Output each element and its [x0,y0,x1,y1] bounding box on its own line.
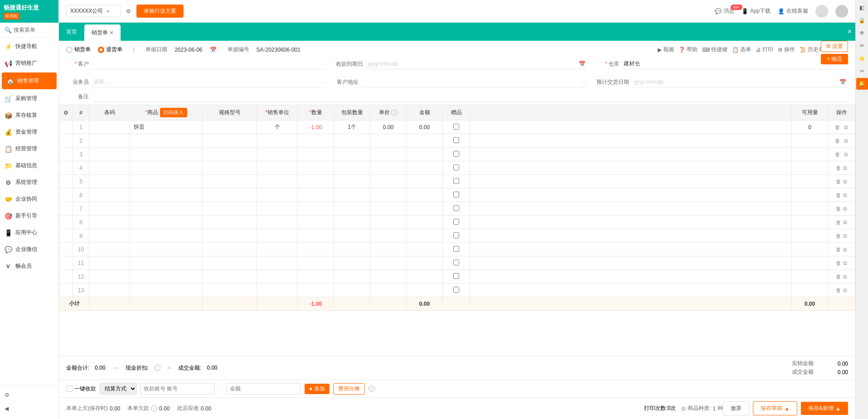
gift-checkbox[interactable] [453,219,459,225]
right-panel-icon-3[interactable]: 👁 [856,27,868,39]
row-spec[interactable] [203,134,257,148]
sidebar-item-wechat[interactable]: 💬 企业微信 [0,241,58,258]
delete-icon[interactable]: 🗑 [836,246,841,253]
abandon-btn[interactable]: 放弃 [723,401,749,415]
sidebar-item-purchase[interactable]: 🛒 采购管理 [0,90,58,107]
save-draft-btn[interactable]: 保存草稿 ▲ [753,401,797,415]
shortcut-btn[interactable]: ⌨ 快捷键 [702,46,727,53]
gift-checkbox[interactable] [453,287,459,293]
payment-due-input[interactable]: yyyy-mm-dd 📅 [366,58,587,69]
customer-dots[interactable]: ··· [320,61,325,67]
help-btn[interactable]: ❓ 帮助 [679,46,698,53]
sidebar-item-enterprise[interactable]: 🤝 企业协同 [0,191,58,207]
gift-checkbox[interactable] [453,164,459,170]
gift-checkbox[interactable] [453,151,459,157]
sidebar-item-member[interactable]: V 畅会员 [0,258,58,275]
gift-checkbox[interactable] [453,192,459,197]
copy-icon[interactable]: ⧉ [844,151,848,158]
sidebar-item-operations[interactable]: 📋 经营管理 [0,140,58,157]
user-avatar[interactable] [815,5,828,18]
price-info-icon[interactable]: i [391,110,398,116]
scan-btn[interactable]: 扫码录入 [160,108,187,117]
print-btn[interactable]: 🖨 打印 [756,46,773,53]
sidebar-collapse-btn[interactable]: ◀ [0,402,58,415]
copy-icon[interactable]: ⧉ [844,138,848,144]
gift-checkbox[interactable] [453,260,459,265]
row-pack[interactable] [334,134,370,148]
sidebar-item-system[interactable]: ⚙ 系统管理 [0,174,58,191]
row-qty[interactable]: -1.00 [298,120,334,134]
row-goods[interactable] [130,148,203,161]
gift-checkbox[interactable] [453,205,459,211]
warehouse-input[interactable]: 建材仓 ··· [622,58,848,69]
add-payment-btn[interactable]: ● 添加 [305,384,330,394]
tab-close-icon[interactable]: × [110,29,113,36]
row-spec[interactable] [203,148,257,161]
sidebar-item-basic[interactable]: 📁 基础信息 [0,157,58,174]
row-barcode[interactable] [89,148,130,161]
right-panel-icon-5[interactable]: ⭐ [856,53,868,64]
gift-checkbox[interactable] [453,246,459,252]
settings-btn[interactable]: ⚙ 设置 [821,41,848,52]
row-unit[interactable] [257,134,298,148]
gear-settings[interactable]: ⚙ [126,8,131,14]
message-btn[interactable]: 💬 消息 99+ [715,7,734,15]
app-download-btn[interactable]: 📱 App下载 [742,7,771,15]
delete-icon[interactable]: 🗑 [836,206,841,212]
sidebar-item-marketing[interactable]: 📢 营销推广 [0,55,58,72]
select-btn[interactable]: 📋 选单 [732,46,751,53]
row-unit[interactable]: 个 [257,120,298,134]
expected-cal-icon[interactable]: 📅 [839,79,846,85]
row-gift[interactable] [443,134,470,148]
sidebar-item-apps[interactable]: 📱 应用中心 [0,224,58,241]
copy-icon[interactable]: ⧉ [843,178,847,185]
copy-icon[interactable]: ⧉ [843,246,847,253]
experience-btn[interactable]: 体验行业方案 [136,5,184,18]
right-panel-icon-6[interactable]: ✂ [856,65,868,77]
row-gift[interactable] [443,148,470,161]
logistics-btn[interactable]: + 物流 [821,54,848,64]
delete-icon[interactable]: 🗑 [835,124,840,130]
one-click-payment[interactable]: 一键收款 [66,385,96,393]
right-panel-icon-4[interactable]: ✏ [856,40,868,52]
row-setting[interactable] [59,134,73,148]
sidebar-item-sales[interactable]: 🏠 销售管理 [2,72,57,89]
row-unit[interactable] [257,148,298,161]
gift-checkbox[interactable] [453,137,459,143]
sidebar-item-quick-nav[interactable]: ⚡ 快捷导航 [0,38,58,55]
customer-input[interactable]: ··· [92,58,327,69]
delete-icon[interactable]: 🗑 [836,219,841,226]
video-btn[interactable]: ▶ 视频 [658,46,674,53]
row-price[interactable]: 0.00 [370,120,407,134]
delete-icon[interactable]: 🗑 [835,138,840,144]
online-service-btn[interactable]: 👤 在线客服 [778,7,808,15]
row-qty[interactable] [298,134,334,148]
expected-date-input[interactable]: yyyy-mm-dd 📅 [632,77,848,87]
copy-icon[interactable]: ⧉ [843,219,847,226]
user-avatar2[interactable] [835,5,848,18]
copy-icon[interactable]: ⧉ [843,165,847,171]
copy-icon[interactable]: ⧉ [843,287,847,294]
save-new-btn[interactable]: 保存&新增 ▲ [801,402,848,415]
owed-info-icon[interactable]: i [151,405,157,412]
copy-icon[interactable]: ⧉ [843,192,847,198]
calendar-icon[interactable]: 📅 [210,47,217,53]
customer-addr-input[interactable]: ··· [361,77,587,87]
expense-info-icon[interactable]: ? [369,385,375,392]
right-panel-icon-2[interactable]: 🔒 [856,14,868,26]
payment-cal-icon[interactable]: 📅 [579,61,586,67]
delete-icon[interactable]: 🗑 [836,165,841,171]
payment-method-select[interactable]: 结算方式 [100,383,137,395]
row-amount[interactable]: 0.00 [407,120,443,134]
sidebar-item-inventory[interactable]: 📦 库存核算 [0,107,58,124]
sidebar-search[interactable]: 🔍 搜索菜单 [0,23,58,38]
row-goods[interactable] [130,134,203,148]
gift-checkbox[interactable] [453,273,459,279]
table-scroll[interactable]: ⚙ # 条码 *商品 扫码录入 规格型号 *销售单位 *数量 包装数量 单价 i [59,105,855,356]
row-price[interactable] [370,148,407,161]
col-header-setting[interactable]: ⚙ [59,105,73,120]
row-price[interactable] [370,134,407,148]
account-dots[interactable]: ··· [218,385,223,392]
delete-icon[interactable]: 🗑 [836,260,841,266]
close-all-icon[interactable]: × [848,28,852,36]
